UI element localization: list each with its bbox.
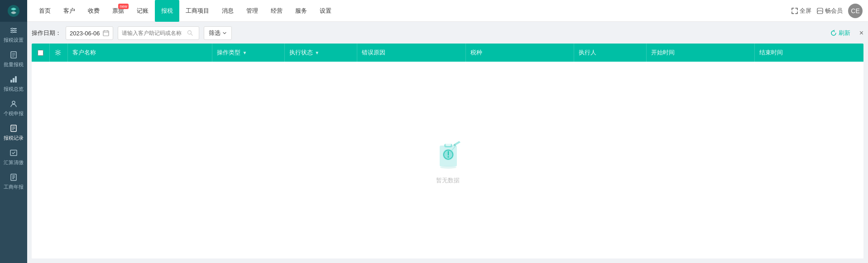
fullscreen-icon bbox=[791, 8, 798, 14]
sidebar-item-label: 报税总览 bbox=[4, 86, 24, 93]
table-body: 暂无数据 bbox=[32, 62, 863, 258]
th-checkbox[interactable] bbox=[32, 44, 50, 62]
record-icon bbox=[9, 123, 19, 133]
sidebar-item-label: 个税申报 bbox=[4, 110, 24, 117]
nav-item-jizhang[interactable]: 记账 bbox=[130, 0, 155, 22]
svg-rect-19 bbox=[103, 31, 109, 36]
th-operation-type: 操作类型 ▼ bbox=[212, 44, 285, 62]
sidebar-item-label: 报税记录 bbox=[4, 135, 24, 141]
table-header: 客户名称 操作类型 ▼ 执行状态 ▼ 错误原因 税种 执行人 bbox=[32, 44, 863, 62]
sidebar-item-gongshang-nianbao[interactable]: 工商年报 bbox=[0, 169, 27, 193]
nav-item-guanli[interactable]: 管理 bbox=[240, 0, 264, 22]
nav-item-jingying[interactable]: 经营 bbox=[264, 0, 289, 22]
fullscreen-btn[interactable]: 全屏 bbox=[791, 7, 811, 15]
sidebar-item-baoshui-shezhi[interactable]: 报税设置 bbox=[0, 22, 27, 46]
personal-tax-icon bbox=[9, 99, 19, 109]
th-start-time: 开始时间 bbox=[647, 44, 755, 62]
filter-btn[interactable]: 筛选 bbox=[204, 26, 232, 40]
th-executor: 执行人 bbox=[574, 44, 647, 62]
search-box[interactable] bbox=[118, 26, 199, 40]
content-area: 操作日期： 2023-06-06 筛选 bbox=[27, 22, 868, 263]
nav-item-piaoju[interactable]: 票据 new bbox=[106, 0, 130, 22]
th-tax-type: 税种 bbox=[466, 44, 575, 62]
new-badge: new bbox=[118, 4, 129, 10]
svg-point-21 bbox=[57, 52, 59, 54]
th-setting bbox=[50, 44, 68, 62]
svg-point-27 bbox=[447, 156, 449, 158]
svg-rect-9 bbox=[13, 78, 14, 83]
refresh-btn[interactable]: 刷新 bbox=[830, 29, 850, 37]
sidebar-item-piliang-baoshui[interactable]: 批量报税 bbox=[0, 46, 27, 71]
nav-item-shezhi[interactable]: 设置 bbox=[313, 0, 338, 22]
svg-point-4 bbox=[12, 28, 13, 29]
svg-point-6 bbox=[12, 32, 13, 33]
svg-rect-8 bbox=[10, 80, 12, 83]
nav-item-xiaoxi[interactable]: 消息 bbox=[216, 0, 240, 22]
sidebar-item-label: 报税设置 bbox=[4, 37, 24, 44]
vip-icon bbox=[817, 8, 823, 14]
th-exec-status: 执行状态 ▼ bbox=[285, 44, 357, 62]
close-btn[interactable]: × bbox=[859, 29, 863, 37]
nav-item-shoufei[interactable]: 收费 bbox=[82, 0, 106, 22]
svg-rect-15 bbox=[12, 175, 15, 176]
svg-point-20 bbox=[187, 31, 191, 34]
nav-item-fuwu[interactable]: 服务 bbox=[289, 0, 313, 22]
settlement-icon bbox=[9, 148, 19, 158]
calendar-icon bbox=[103, 30, 109, 36]
nav-item-shouye[interactable]: 首页 bbox=[33, 0, 57, 22]
sidebar-item-label: 批量报税 bbox=[4, 61, 24, 68]
main-area: 首页 客户 收费 票据 new 记账 报税 工商项目 消息 管理 经营 bbox=[27, 0, 868, 263]
search-input[interactable] bbox=[122, 30, 185, 36]
sidebar-item-label: 汇算清缴 bbox=[4, 159, 24, 166]
settings-icon bbox=[9, 25, 19, 35]
svg-point-11 bbox=[12, 101, 15, 104]
svg-point-5 bbox=[14, 30, 16, 31]
sidebar-item-huisuan-jiaona[interactable]: 汇算清缴 bbox=[0, 144, 27, 169]
empty-text: 暂无数据 bbox=[436, 176, 460, 185]
filter-icon: ▼ bbox=[315, 50, 319, 55]
svg-rect-16 bbox=[12, 177, 15, 178]
data-table: 客户名称 操作类型 ▼ 执行状态 ▼ 错误原因 税种 执行人 bbox=[32, 44, 863, 258]
date-input[interactable]: 2023-06-06 bbox=[66, 26, 113, 40]
th-client-name: 客户名称 bbox=[68, 44, 212, 62]
filter-bar: 操作日期： 2023-06-06 筛选 bbox=[32, 26, 863, 40]
nav-right: 全屏 畅会员 CE bbox=[791, 4, 863, 18]
select-all-checkbox[interactable] bbox=[38, 50, 43, 56]
refresh-icon bbox=[830, 30, 837, 36]
sidebar-item-label: 工商年报 bbox=[4, 184, 24, 190]
sidebar: 报税设置 批量报税 报税总览 个税申报 bbox=[0, 0, 27, 263]
chevron-down-icon bbox=[222, 31, 227, 35]
annual-report-icon bbox=[9, 172, 19, 182]
nav-item-kehu[interactable]: 客户 bbox=[57, 0, 82, 22]
empty-illustration bbox=[430, 136, 466, 172]
nav-item-baoshui[interactable]: 报税 bbox=[155, 0, 179, 22]
filter-icon: ▼ bbox=[242, 50, 247, 55]
sidebar-item-baoshui-zonlan[interactable]: 报税总览 bbox=[0, 71, 27, 95]
sidebar-item-baoshui-jilu[interactable]: 报税记录 bbox=[0, 120, 27, 144]
svg-rect-10 bbox=[15, 76, 17, 83]
empty-state: 暂无数据 bbox=[430, 136, 466, 185]
th-end-time: 结束时间 bbox=[755, 44, 863, 62]
logo[interactable] bbox=[0, 0, 27, 22]
overview-icon bbox=[9, 74, 19, 84]
nav-item-gongshang-xiangmu[interactable]: 工商项目 bbox=[179, 0, 216, 22]
user-avatar[interactable]: CE bbox=[848, 4, 863, 18]
svg-point-0 bbox=[8, 5, 19, 17]
batch-icon bbox=[9, 50, 19, 60]
date-label: 操作日期： bbox=[32, 29, 61, 37]
sidebar-item-geshui-shenbao[interactable]: 个税申报 bbox=[0, 95, 27, 120]
top-navigation: 首页 客户 收费 票据 new 记账 报税 工商项目 消息 管理 经营 bbox=[27, 0, 868, 22]
search-icon bbox=[187, 30, 193, 36]
svg-rect-17 bbox=[12, 178, 14, 179]
svg-point-28 bbox=[440, 166, 456, 169]
th-error-reason: 错误原因 bbox=[357, 44, 466, 62]
column-settings-icon[interactable] bbox=[54, 49, 62, 56]
svg-rect-24 bbox=[446, 143, 451, 146]
vip-btn[interactable]: 畅会员 bbox=[817, 7, 843, 15]
